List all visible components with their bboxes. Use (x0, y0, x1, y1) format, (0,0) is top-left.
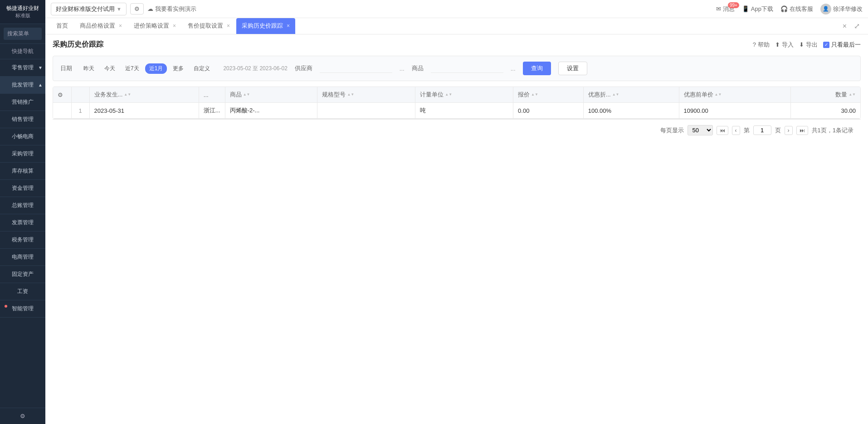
sidebar-item-payroll[interactable]: 工资 (0, 283, 45, 300)
goods-more-btn[interactable]: ... (511, 65, 516, 72)
sidebar-item-fixed-assets[interactable]: 固定资产 (0, 266, 45, 283)
sidebar-item-ecommerce[interactable]: 电商管理 (0, 249, 45, 266)
sort-spec[interactable]: 规格型号 ▲▼ (322, 91, 354, 99)
sidebar-item-label: 资金管理 (12, 184, 34, 192)
sort-qty[interactable]: 数量 ▲▼ (835, 91, 856, 99)
supplier-more-btn[interactable]: ... (400, 65, 405, 72)
sidebar-item-inventory[interactable]: 库存核算 (0, 163, 45, 180)
sidebar-item-tax[interactable]: 税务管理 (0, 231, 45, 249)
sidebar-settings-button[interactable]: ⚙ (0, 408, 45, 424)
per-page-select[interactable]: 50 20 100 (688, 125, 713, 135)
only-last-checkbox[interactable]: 只看最后一 (823, 41, 861, 49)
prev-page-button[interactable]: ‹ (732, 126, 740, 135)
sidebar-item-marketing[interactable]: 营销推广 (0, 94, 45, 111)
sort-pre-discount-price[interactable]: 优惠前单价 ▲▼ (684, 91, 722, 99)
expand-tab-button[interactable]: ⤢ (851, 21, 863, 31)
demo-button[interactable]: ☁ 我要看实例演示 (147, 5, 196, 13)
data-table-wrapper: ⚙ 业务发生... ▲▼ ... (53, 87, 861, 119)
sort-icon: ▲▼ (848, 93, 856, 96)
sort-discount[interactable]: 优惠折... ▲▼ (588, 91, 619, 99)
date-btn-yesterday[interactable]: 昨天 (79, 63, 98, 74)
edition-selector[interactable]: 好业财标准版交付试用 ▼ (51, 3, 127, 15)
sidebar-item-finance[interactable]: 资金管理 (0, 180, 45, 197)
tab-home[interactable]: 首页 (51, 18, 73, 34)
sidebar-item-invoice[interactable]: 发票管理 (0, 214, 45, 231)
search-menu-button[interactable]: 搜索菜单 (4, 28, 42, 40)
import-button[interactable]: ⬆ 导入 (775, 41, 794, 49)
import-icon: ⬆ (775, 41, 780, 48)
col-idx (71, 87, 89, 103)
sidebar-item-purchase[interactable]: 采购管理 (0, 145, 45, 163)
content-area: 采购历史价跟踪 ? 帮助 ⬆ 导入 ⬇ 导出 (45, 34, 868, 424)
topbar-settings-button[interactable]: ⚙ (130, 3, 144, 14)
tab-price-settings[interactable]: 商品价格设置 × (74, 18, 127, 34)
import-label: 导入 (782, 41, 794, 49)
mobile-icon: 📱 (742, 5, 749, 12)
online-service-label: 在线客服 (790, 5, 813, 13)
col-quote: 报价 ▲▼ (513, 87, 584, 103)
date-btn-today[interactable]: 今天 (100, 63, 119, 74)
gear-icon[interactable]: ⚙ (58, 92, 63, 98)
topbar-left: 好业财标准版交付试用 ▼ ⚙ ☁ 我要看实例演示 (51, 3, 196, 15)
sidebar: 畅捷通好业财 标准版 搜索菜单 快捷导航 零售管理 ▼ 批发管理 ▲ 营销推广 … (0, 0, 45, 424)
first-page-button[interactable]: ⏮ (717, 126, 728, 135)
sort-icon: ▲▼ (445, 93, 452, 96)
app-download-label: App下载 (751, 5, 773, 13)
sidebar-item-ecommerce-small[interactable]: 小畅电商 (0, 128, 45, 145)
online-service-button[interactable]: 🎧 在线客服 (780, 5, 813, 13)
last-page-button[interactable]: ⏭ (796, 126, 808, 135)
sidebar-item-wholesale[interactable]: 批发管理 ▲ (0, 77, 45, 94)
supplier-input[interactable] (320, 64, 392, 73)
sort-goods[interactable]: 商品 ▲▼ (230, 91, 250, 99)
date-btn-1month[interactable]: 近1月 (145, 63, 167, 74)
sidebar-item-general-ledger[interactable]: 总账管理 (0, 197, 45, 214)
cloud-icon: ☁ (147, 5, 153, 12)
sort-unit[interactable]: 计量单位 ▲▼ (420, 91, 452, 99)
user-menu-button[interactable]: 👤 徐泽华修改 (820, 4, 863, 14)
filter-settings-button[interactable]: 设置 (558, 62, 587, 75)
help-button[interactable]: ? 帮助 (753, 41, 770, 49)
close-icon[interactable]: × (227, 23, 230, 29)
sort-icon: ▲▼ (612, 93, 619, 96)
app-download-button[interactable]: 📱 App下载 (742, 5, 773, 13)
app-edition: 标准版 (4, 12, 42, 19)
tab-sale-price[interactable]: 售价提取设置 × (182, 18, 235, 34)
sidebar-item-label: 电商管理 (12, 253, 34, 261)
date-filter-buttons: 昨天 今天 近7天 近1月 更多 自定义 (79, 63, 214, 74)
close-icon[interactable]: × (287, 23, 290, 29)
cell-goods: 丙烯酸-2-... (225, 103, 317, 119)
export-button[interactable]: ⬇ 导出 (799, 41, 818, 49)
message-button[interactable]: ✉ 消息 99+ (716, 5, 735, 13)
date-btn-more[interactable]: 更多 (169, 63, 188, 74)
page-panel: 采购历史价跟踪 ? 帮助 ⬆ 导入 ⬇ 导出 (45, 34, 868, 424)
col-label[interactable]: ... (204, 92, 209, 98)
sidebar-item-smart[interactable]: 智能管理 (0, 300, 45, 318)
page-number-input[interactable]: 1 (753, 125, 771, 135)
tab-purchase-strategy[interactable]: 进价策略设置 × (128, 18, 181, 34)
col-label: 报价 (518, 91, 530, 99)
tab-purchase-history[interactable]: 采购历史价跟踪 × (236, 18, 295, 34)
col-discount: 优惠折... ▲▼ (583, 87, 679, 103)
cell-supplier: 浙江... (199, 103, 225, 119)
query-button[interactable]: 查询 (523, 62, 551, 75)
next-page-button[interactable]: › (785, 126, 793, 135)
supplier-filter-label: 供应商 (295, 64, 312, 72)
close-tab-button[interactable]: × (840, 21, 849, 31)
close-icon[interactable]: × (119, 23, 122, 29)
goods-input[interactable] (431, 64, 503, 73)
quick-nav-button[interactable]: 快捷导航 (0, 44, 45, 59)
sidebar-item-sales[interactable]: 销售管理 (0, 111, 45, 128)
sort-biz-date[interactable]: 业务发生... ▲▼ (94, 91, 132, 99)
sort-quote[interactable]: 报价 ▲▼ (518, 91, 538, 99)
goods-filter-label: 商品 (412, 64, 424, 72)
filter-row: 日期 昨天 今天 近7天 近1月 更多 自定义 2023-05-02 至 202… (60, 62, 853, 75)
sort-icon: ▲▼ (715, 93, 722, 96)
col-unit: 计量单位 ▲▼ (415, 87, 513, 103)
export-label: 导出 (806, 41, 818, 49)
date-btn-custom[interactable]: 自定义 (190, 63, 214, 74)
col-label: 计量单位 (420, 91, 444, 99)
sidebar-item-retail[interactable]: 零售管理 ▼ (0, 59, 45, 77)
date-btn-7days[interactable]: 近7天 (121, 63, 143, 74)
sort-icon: ▲▼ (243, 93, 250, 96)
close-icon[interactable]: × (173, 23, 176, 29)
